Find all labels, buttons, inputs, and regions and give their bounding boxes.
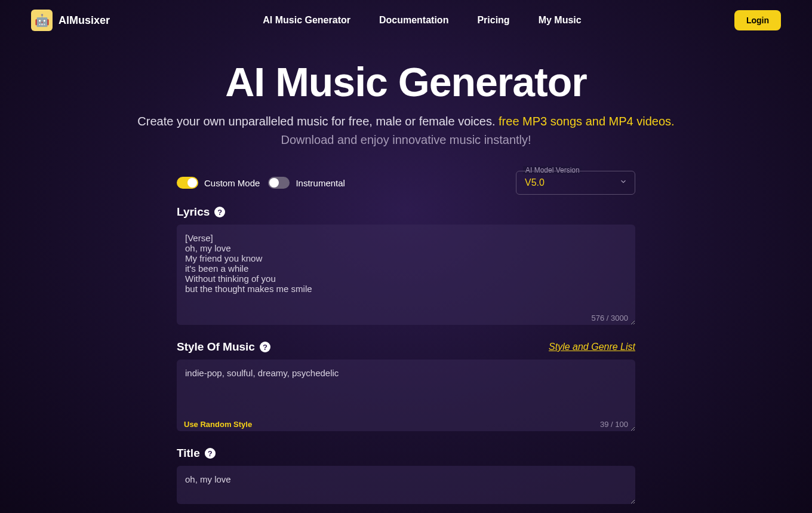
nav-generator[interactable]: AI Music Generator (263, 15, 350, 26)
help-icon[interactable]: ? (214, 207, 225, 217)
instrumental-toggle[interactable]: Instrumental (268, 177, 345, 189)
instrumental-label: Instrumental (296, 178, 345, 188)
lyrics-label: Lyrics ? (177, 205, 635, 219)
brand-name: AIMusixer (59, 14, 110, 27)
logo[interactable]: 🤖 AIMusixer (31, 10, 110, 31)
model-version-select[interactable]: AI Model Version V5.0 (516, 171, 635, 195)
style-genre-link[interactable]: Style and Genre List (549, 342, 635, 352)
title-input[interactable] (177, 466, 635, 504)
lyrics-counter: 576 / 3000 (592, 314, 628, 322)
nav-pricing[interactable]: Pricing (477, 15, 509, 26)
toggle-switch-icon (268, 177, 290, 189)
page-title: AI Music Generator (0, 59, 812, 105)
use-random-style-button[interactable]: Use Random Style (184, 420, 252, 429)
logo-icon: 🤖 (31, 10, 53, 31)
help-icon[interactable]: ? (205, 448, 216, 459)
help-icon[interactable]: ? (260, 342, 270, 352)
main-nav: AI Music Generator Documentation Pricing… (263, 15, 581, 26)
hero-subtitle-1: Create your own unparalleled music for f… (0, 115, 812, 128)
style-counter: 39 / 100 (600, 420, 628, 429)
custom-mode-label: Custom Mode (204, 178, 260, 188)
chevron-down-icon (619, 177, 628, 188)
hero-sub1-part-a: Create your own unparalleled music for f… (137, 115, 499, 128)
hero-sub1-highlight: free MP3 songs and MP4 videos. (499, 115, 675, 128)
title-label: Title ? (177, 447, 635, 460)
login-button[interactable]: Login (734, 10, 781, 30)
toggle-switch-icon (177, 177, 198, 189)
lyrics-input[interactable] (177, 225, 635, 325)
model-value: V5.0 (525, 177, 545, 188)
nav-documentation[interactable]: Documentation (379, 15, 448, 26)
nav-my-music[interactable]: My Music (539, 15, 582, 26)
style-label: Style Of Music ? (177, 340, 270, 354)
custom-mode-toggle[interactable]: Custom Mode (177, 177, 260, 189)
hero-subtitle-2: Download and enjoy innovative music inst… (0, 133, 812, 147)
